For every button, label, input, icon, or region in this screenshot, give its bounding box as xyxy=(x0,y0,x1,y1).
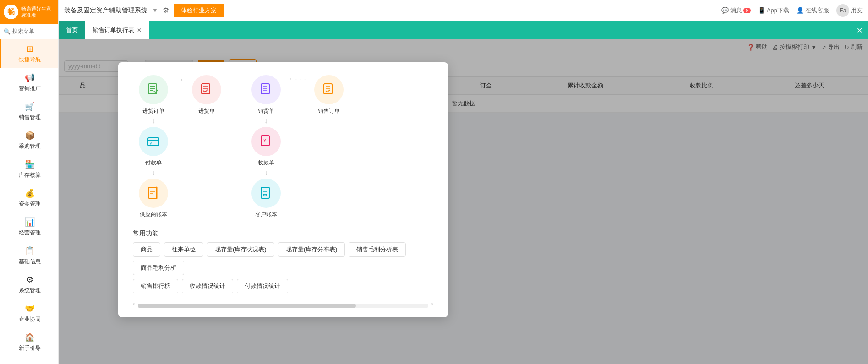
flow-node-receipt[interactable]: ¥ 收款单 xyxy=(246,127,287,167)
logo-icon: 畅 xyxy=(4,5,18,19)
newcomer-icon: 🏠 xyxy=(25,332,35,342)
inventory-icon: 🏪 xyxy=(25,159,35,169)
system-title: 装备及固定资产辅助管理系统 xyxy=(64,6,147,15)
flow-node-supplier-ledger[interactable]: 供应商账本 xyxy=(133,179,174,218)
flow-node-sales-bill[interactable]: 销货单 xyxy=(246,75,287,115)
sidebar-search[interactable]: 🔍 搜索菜单 xyxy=(0,24,58,39)
payment-label: 付款单 xyxy=(145,159,162,167)
scroll-left-arrow[interactable]: ‹ xyxy=(133,300,135,307)
flow-diagram: 进货订单 ↓ ¥ 付款单 ↓ xyxy=(133,75,433,218)
sidebar-item-newcomer[interactable]: 🏠 新手引导 xyxy=(0,328,58,357)
flow-node-payment[interactable]: ¥ 付款单 xyxy=(133,127,174,167)
func-btn-sales-rank[interactable]: 销售排行榜 xyxy=(133,279,178,293)
sidebar: 畅 畅康通好生意 标准版 🔍 搜索菜单 ⊞ 快捷导航 📢 营销推广 🛒 销售管理… xyxy=(0,0,59,364)
svg-text:¥: ¥ xyxy=(263,138,267,143)
basic-info-icon: 📋 xyxy=(25,246,35,256)
dash-arrow-right: ←- - - xyxy=(287,75,308,82)
svg-point-24 xyxy=(263,194,265,196)
func-btns-row1: 商品 往来单位 现存量(库存状况表) 现存量(库存分布表) 销售毛利分析表 商品… xyxy=(133,242,433,275)
message-icon: 💬 xyxy=(721,7,729,14)
logo-text: 畅康通好生意 标准版 xyxy=(21,5,51,19)
sidebar-item-finance[interactable]: 💰 资金管理 xyxy=(0,184,58,212)
service-icon: 👤 xyxy=(797,7,804,14)
tab-bar: 首页 销售订单执行表 ✕ ✕ xyxy=(59,21,868,39)
tab-bar-close-icon[interactable]: ✕ xyxy=(857,26,863,35)
customer-ledger-label: 客户账本 xyxy=(255,211,277,218)
purchase-bill-label: 进货单 xyxy=(198,107,215,115)
dropdown-arrow[interactable]: ▼ xyxy=(152,7,158,14)
flow-node-purchase-bill[interactable]: 进货单 xyxy=(186,75,227,115)
sidebar-item-inventory[interactable]: 🏪 库存核算 xyxy=(0,155,58,184)
finance-icon: 💰 xyxy=(25,188,35,198)
supplier-ledger-label: 供应商账本 xyxy=(140,211,167,218)
main-area: 装备及固定资产辅助管理系统 ▼ ⚙ 体验行业方案 💬 消息 6 📱 App下载 … xyxy=(59,0,868,364)
sidebar-item-operation[interactable]: 📊 经营管理 xyxy=(0,212,58,241)
phone-icon: 📱 xyxy=(758,7,765,14)
arrow-down-1: ↓ xyxy=(152,117,155,125)
func-btn-stock-status[interactable]: 现存量(库存状况表) xyxy=(207,242,274,257)
user-btn[interactable]: Ea 用友 xyxy=(836,4,863,17)
system-icon: ⚙ xyxy=(26,275,33,285)
header-right: 💬 消息 6 📱 App下载 👤 在线客服 Ea 用友 xyxy=(721,4,863,17)
func-btn-sales-profit[interactable]: 销售毛利分析表 xyxy=(349,242,406,257)
message-badge: 6 xyxy=(743,8,751,13)
experience-btn[interactable]: 体验行业方案 xyxy=(174,4,224,17)
tab-sales-order[interactable]: 销售订单执行表 ✕ xyxy=(85,21,149,39)
tab-home[interactable]: 首页 xyxy=(59,21,85,39)
svg-text:¥: ¥ xyxy=(150,142,152,145)
avatar: Ea xyxy=(836,4,849,17)
func-btn-partner[interactable]: 往来单位 xyxy=(164,242,203,257)
search-icon: 🔍 xyxy=(4,28,11,35)
arrow-down-4: ↓ xyxy=(264,168,268,177)
arrow-right-1: → xyxy=(174,75,186,85)
online-service-btn[interactable]: 👤 在线客服 xyxy=(797,6,829,15)
flow-node-customer-ledger[interactable]: 客户账本 xyxy=(246,179,287,218)
gear-icon[interactable]: ⚙ xyxy=(163,6,169,15)
sidebar-item-marketing[interactable]: 📢 营销推广 xyxy=(0,68,58,97)
receipt-icon: ¥ xyxy=(251,127,281,156)
flow-col-sales-order: 销售订单 xyxy=(308,75,349,115)
sidebar-item-enterprise[interactable]: 🤝 企业协同 xyxy=(0,299,58,328)
tab-close-icon[interactable]: ✕ xyxy=(137,27,142,33)
arrow-down-2: ↓ xyxy=(264,117,268,125)
popup-card: 进货订单 ↓ ¥ 付款单 ↓ xyxy=(118,62,448,317)
purchase-order-label: 进货订单 xyxy=(142,107,164,115)
sidebar-item-quick-nav[interactable]: ⊞ 快捷导航 xyxy=(0,39,58,68)
svg-point-25 xyxy=(265,194,267,196)
svg-rect-26 xyxy=(324,84,332,94)
flow-col-mid: 进货单 xyxy=(186,75,227,115)
receipt-label: 收款单 xyxy=(258,159,274,167)
func-btn-product[interactable]: 商品 xyxy=(133,242,160,257)
func-btn-product-profit[interactable]: 商品毛利分析 xyxy=(133,261,184,275)
purchase-order-icon xyxy=(139,75,168,104)
common-functions: 常用功能 商品 往来单位 现存量(库存状况表) 现存量(库存分布表) 销售毛利分… xyxy=(133,229,433,293)
top-header: 装备及固定资产辅助管理系统 ▼ ⚙ 体验行业方案 💬 消息 6 📱 App下载 … xyxy=(59,0,868,21)
supplier-ledger-icon xyxy=(139,179,168,208)
scroll-right-arrow[interactable]: › xyxy=(431,300,433,307)
sidebar-item-basic-info[interactable]: 📋 基础信息 xyxy=(0,241,58,270)
message-btn[interactable]: 💬 消息 6 xyxy=(721,6,751,15)
sales-order-label: 销售订单 xyxy=(318,107,340,115)
popup-scrollbar-area: ‹ › xyxy=(133,299,433,308)
svg-rect-12 xyxy=(202,84,210,94)
svg-rect-15 xyxy=(261,84,269,94)
sidebar-item-sales[interactable]: 🛒 销售管理 xyxy=(0,97,58,126)
func-btn-payment-stat[interactable]: 付款情况统计 xyxy=(237,279,288,293)
func-btn-stock-dist[interactable]: 现存量(库存分布表) xyxy=(278,242,345,257)
scrollbar-track[interactable] xyxy=(138,304,429,308)
sales-bill-icon xyxy=(251,75,281,104)
app-download-btn[interactable]: 📱 App下载 xyxy=(758,6,789,15)
arrow-down-3: ↓ xyxy=(152,168,155,177)
func-btns-row2: 销售排行榜 收款情况统计 付款情况统计 xyxy=(133,279,433,293)
func-btn-receipt-stat[interactable]: 收款情况统计 xyxy=(182,279,233,293)
common-func-title: 常用功能 xyxy=(133,229,433,238)
customer-ledger-icon xyxy=(251,179,281,208)
sidebar-item-system[interactable]: ⚙ 系统管理 xyxy=(0,270,58,299)
sidebar-logo[interactable]: 畅 畅康通好生意 标准版 xyxy=(0,0,58,24)
svg-rect-21 xyxy=(261,187,269,198)
flow-node-sales-order[interactable]: 销售订单 xyxy=(308,75,349,115)
sidebar-item-purchase[interactable]: 📦 采购管理 xyxy=(0,126,58,155)
enterprise-icon: 🤝 xyxy=(25,304,35,314)
flow-node-purchase-order[interactable]: 进货订单 xyxy=(133,75,174,115)
scrollbar-thumb[interactable] xyxy=(138,304,356,308)
